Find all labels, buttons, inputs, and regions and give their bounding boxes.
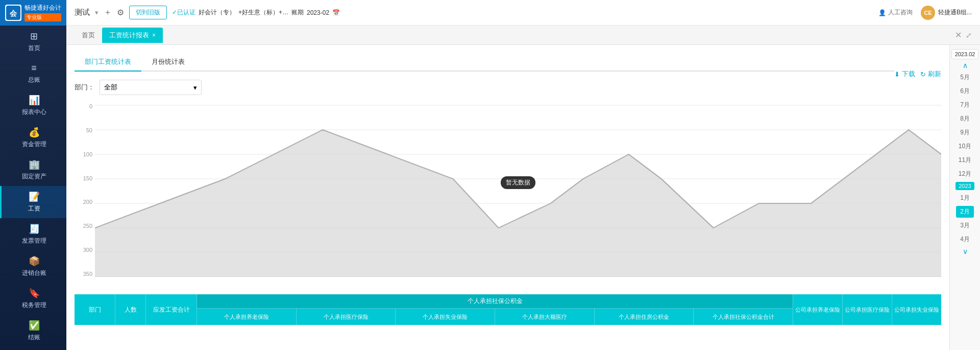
th-company-unemployment: 公司承担失业保险	[892, 294, 941, 325]
up-nav-button[interactable]: ∧	[963, 61, 968, 69]
filter-row: 部门： 全部 ▾	[75, 80, 941, 95]
month-jun[interactable]: 6月	[956, 85, 974, 97]
sidebar-item-reports[interactable]: 📊 报表中心	[0, 89, 66, 122]
tab-salary[interactable]: 工资统计报表 ×	[102, 28, 163, 43]
th-personal-housing-fund: 个人承担住房公积金	[595, 309, 694, 325]
month-jan[interactable]: 1月	[956, 192, 974, 204]
th-personal-unemployment: 个人承担失业保险	[396, 309, 495, 325]
chart-tooltip: 暂无数据	[501, 176, 535, 189]
month-oct[interactable]: 10月	[954, 141, 975, 152]
sidebar-nav: ⊞ 首页 ≡ 总账 📊 报表中心 💰 资金管理 🏢 固定资产 📝 工资 🧾 发票…	[0, 26, 66, 350]
right-panel-year[interactable]: 2023.02	[951, 49, 979, 59]
th-headcount: 人数	[115, 294, 146, 325]
sidebar-item-label: 首页	[28, 44, 40, 53]
status-good-accounting: 好会计（专）	[199, 8, 235, 17]
right-panel: 2023.02 ∧ 5月 6月 7月 8月 9月 10月 11月 12月 202…	[949, 45, 980, 350]
topbar-settings-button[interactable]: ⚙	[117, 8, 124, 17]
tab-close-button[interactable]: ×	[152, 32, 156, 39]
y-label-200: 200	[75, 199, 92, 205]
sidebar-item-label: 工资	[28, 204, 40, 213]
month-apr[interactable]: 4月	[956, 234, 974, 245]
th-total-salary: 应发工资合计	[146, 294, 197, 325]
logo-title: 畅捷通好会计	[24, 4, 61, 12]
sub-tab-dept[interactable]: 部门工资统计表	[75, 53, 141, 72]
chart-container: 350 300 250 200 150 100 50 0	[75, 103, 941, 292]
sidebar-item-salary[interactable]: 📝 工资	[0, 186, 66, 218]
sidebar-item-label: 报表中心	[22, 108, 46, 116]
page-content: 部门工资统计表 月份统计表 ⬇ 下载 ↻ 刷新	[66, 45, 949, 350]
svg-text:会: 会	[9, 9, 17, 17]
topbar-status: ✓已认证 好会计（专） +好生意（标）+… 账期 2023-02 📅	[172, 8, 340, 17]
filter-label: 部门：	[75, 83, 94, 92]
sidebar-item-label: 发票管理	[22, 237, 46, 245]
sidebar-item-ledger[interactable]: ≡ 总账	[0, 58, 66, 89]
y-label-300: 300	[75, 247, 92, 253]
download-button[interactable]: ⬇ 下载	[894, 69, 915, 79]
logo-badge: 专业版	[24, 13, 61, 21]
th-personal-serious-illness: 个人承担大额医疗	[495, 309, 595, 325]
sidebar-item-funds[interactable]: 💰 资金管理	[0, 122, 66, 154]
assets-icon: 🏢	[29, 159, 40, 170]
th-personal-group: 个人承担社保公积金 个人承担养老保险 个人承担医疗保险 个人承担失业保险	[197, 294, 793, 325]
topbar-title: 测试	[75, 8, 90, 17]
sidebar-logo: 会 畅捷通好会计 专业版	[0, 0, 66, 26]
sidebar-item-sales[interactable]: 📦 进销台账	[0, 250, 66, 283]
switch-to-old-button[interactable]: 切到旧版	[129, 6, 167, 19]
sidebar-item-home[interactable]: ⊞ 首页	[0, 26, 66, 58]
tax-icon: 🔖	[29, 288, 40, 299]
th-dept: 部门	[75, 294, 115, 325]
sidebar-item-label: 结账	[28, 333, 40, 342]
month-may[interactable]: 5月	[956, 72, 974, 83]
y-label-150: 150	[75, 175, 92, 181]
panel-expand-button[interactable]: ⤢	[966, 31, 972, 39]
refresh-label: 刷新	[928, 69, 941, 79]
month-jul[interactable]: 7月	[956, 99, 974, 111]
sidebar-item-settle[interactable]: ✅ 结账	[0, 315, 66, 347]
calendar-icon[interactable]: 📅	[332, 9, 340, 16]
th-personal-medical: 个人承担医疗保险	[297, 309, 396, 325]
year-2023-label[interactable]: 2023	[955, 182, 974, 190]
user-name: 轻捷通B组...	[938, 8, 972, 17]
help-icon: 👤	[878, 9, 886, 16]
sidebar-item-tax[interactable]: 🔖 税务管理	[0, 283, 66, 315]
user-menu[interactable]: CE 轻捷通B组...	[921, 6, 972, 20]
month-sep[interactable]: 9月	[956, 127, 974, 138]
sidebar-item-label: 固定资产	[22, 172, 46, 181]
dept-select[interactable]: 全部 ▾	[100, 80, 202, 95]
salary-icon: 📝	[29, 191, 40, 202]
topbar-right: 👤 人工咨询 CE 轻捷通B组...	[878, 6, 972, 20]
sidebar-item-assets[interactable]: 🏢 固定资产	[0, 154, 66, 186]
y-label-350: 350	[75, 271, 92, 277]
month-aug[interactable]: 8月	[956, 113, 974, 125]
panel-close-button[interactable]: ✕	[955, 30, 962, 40]
y-label-50: 50	[75, 127, 92, 133]
down-nav-button[interactable]: ∨	[963, 247, 968, 255]
topbar-dropdown-arrow[interactable]: ▾	[95, 9, 99, 16]
sidebar-item-label: 资金管理	[22, 140, 46, 149]
logo-icon: 会	[5, 5, 21, 21]
refresh-icon: ↻	[920, 71, 926, 78]
sub-tab-monthly[interactable]: 月份统计表	[141, 53, 195, 72]
dept-select-value: 全部	[104, 83, 117, 92]
sidebar-item-label: 总账	[28, 76, 40, 84]
tab-home[interactable]: 首页	[75, 28, 102, 43]
month-dec[interactable]: 12月	[954, 168, 975, 180]
topbar-add-button[interactable]: ＋	[104, 7, 112, 18]
ledger-icon: ≡	[31, 63, 37, 74]
sidebar-item-archive[interactable]: 📁 归档管理	[0, 347, 66, 350]
chart-y-axis: 350 300 250 200 150 100 50 0	[75, 103, 95, 277]
month-feb-active[interactable]: 2月	[956, 206, 974, 218]
reports-icon: 📊	[29, 95, 40, 106]
sidebar: 会 畅捷通好会计 专业版 ⊞ 首页 ≡ 总账 📊 报表中心 💰 资金管理 🏢 固…	[0, 0, 66, 350]
month-nov[interactable]: 11月	[954, 154, 975, 166]
th-company-medical: 公司承担医疗保险	[843, 294, 892, 325]
status-period-label: 账期	[291, 8, 304, 17]
help-button[interactable]: 👤 人工咨询	[878, 8, 913, 17]
download-label: 下载	[902, 69, 915, 79]
month-mar[interactable]: 3月	[956, 220, 974, 231]
th-group-label: 个人承担社保公积金	[468, 297, 523, 306]
refresh-button[interactable]: ↻ 刷新	[920, 69, 941, 79]
sidebar-item-invoices[interactable]: 🧾 发票管理	[0, 218, 66, 250]
status-period-value: 2023-02	[307, 9, 329, 16]
avatar: CE	[921, 6, 935, 20]
